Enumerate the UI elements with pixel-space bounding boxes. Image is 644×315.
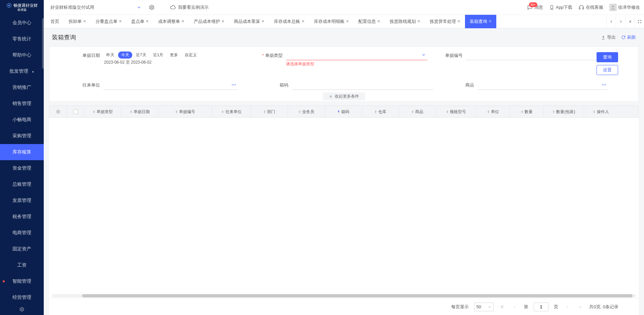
th-12[interactable]: ▲▼数量(包装) [544,106,584,117]
close-icon[interactable]: ✕ [221,19,224,24]
tab-5[interactable]: 产品成本维护✕ [189,15,229,28]
query-button[interactable]: 查询 [597,52,618,62]
online-service[interactable]: 在线客服 [578,4,603,10]
close-icon[interactable]: ✕ [489,19,492,24]
sidebar-item-17[interactable]: 经营管理 [0,289,44,306]
hscroll-thumb[interactable] [82,294,633,298]
filter-type-input[interactable] [286,51,427,60]
th-2[interactable]: ▲▼单据编号 [158,106,212,117]
settings-gear[interactable] [149,4,155,10]
close-icon[interactable]: ✕ [181,19,184,24]
sidebar-item-5[interactable]: 销售管理 [0,96,44,112]
th-9[interactable]: ▲▼规格型号 [436,106,476,117]
tab-7[interactable]: 库存成本总账✕ [269,15,309,28]
sidebar-item-12[interactable]: 税务管理 [0,209,44,225]
tab-8[interactable]: 库存成本明细账✕ [309,15,354,28]
user-name: 徐泽华修改 [618,4,640,10]
sidebar-item-9[interactable]: 资金管理 [0,160,44,176]
tab-9[interactable]: 配置信息✕ [354,15,385,28]
th-11[interactable]: ▲▼数量 [510,106,544,117]
th-10[interactable]: ▲▼单位 [476,106,510,117]
th-5[interactable]: ▲▼业务员 [288,106,325,117]
tab-10[interactable]: 拣货路线规划✕ [385,15,425,28]
sidebar-item-2[interactable]: 帮助中心 [0,47,44,63]
tab-2[interactable]: 分量盘点单✕ [91,15,127,28]
page-first[interactable]: K [499,304,506,309]
filter-partner-input[interactable] [103,81,238,90]
th-13[interactable]: ▲▼操作人 [584,106,618,117]
date-chip-1[interactable]: 今天 [118,51,132,59]
sidebar-item-6[interactable]: 小畅电商 [0,112,44,128]
collapse-bar[interactable]: 收起更多条件 [49,91,638,101]
more-icon[interactable]: ⋯ [602,82,607,88]
close-icon[interactable]: ✕ [261,19,264,24]
page-prev[interactable] [511,305,518,309]
close-icon[interactable]: ✕ [83,19,86,24]
app-download[interactable]: App下载 [549,4,572,10]
sidebar-item-8[interactable]: 库存核算 [0,144,44,160]
date-chip-5[interactable]: 自定义 [182,51,200,59]
sidebar-item-0[interactable]: 会员中心 [0,15,44,31]
th-3[interactable]: ▲▼往来单位 [212,106,251,117]
messages-button[interactable]: 99+ 消息 [527,4,543,10]
tab-6[interactable]: 商品成本重算✕ [229,15,269,28]
tabs-close-all[interactable] [625,15,635,28]
sidebar-item-7[interactable]: 采购管理 [0,128,44,144]
close-icon[interactable]: ✕ [346,19,349,24]
sidebar-item-15[interactable]: 工资 [0,257,44,273]
filter-boxcode-input[interactable] [292,81,433,90]
select-all[interactable] [67,106,84,117]
close-icon[interactable]: ✕ [146,19,149,24]
tab-12[interactable]: 装箱查询✕ [465,15,496,28]
date-chip-3[interactable]: 近1月 [150,51,167,59]
page-size-select[interactable]: 50 [474,303,494,311]
sidebar-item-16[interactable]: 智能管理 [0,273,44,289]
sidebar-item-label: 经营管理 [12,294,31,301]
demo-link[interactable]: 我要看实例演示 [170,4,209,10]
sidebar-item-10[interactable]: 总账管理 [0,176,44,193]
sidebar-settings[interactable] [0,304,44,315]
tab-11[interactable]: 拣货异常处理✕ [425,15,465,28]
date-chip-0[interactable]: 昨天 [103,51,117,59]
date-chip-2[interactable]: 近7天 [133,51,149,59]
page-last[interactable] [576,305,584,309]
hscroll[interactable] [49,293,639,298]
date-chip-4[interactable]: 更多 [167,51,181,59]
th-8[interactable]: ▲▼商品 [399,106,436,117]
tabs-prev[interactable] [606,15,616,28]
user-menu[interactable]: 徐泽华修改 [609,4,640,11]
close-icon[interactable]: ✕ [119,19,122,24]
th-4[interactable]: ▲▼部门 [251,106,288,117]
sidebar-item-1[interactable]: 零售统计 [0,31,44,47]
table-config[interactable] [49,106,67,117]
refresh-button[interactable]: 刷新 [621,34,636,40]
sidebar-item-14[interactable]: 固定资产 [0,241,44,257]
module-selector[interactable]: 好业财标准版交付试用 [50,4,141,10]
tab-1[interactable]: 拆卸单✕ [64,15,91,28]
page-input[interactable] [534,303,548,311]
close-icon[interactable]: ✕ [301,19,305,24]
setting-button[interactable]: 设置 [597,65,618,75]
tab-3[interactable]: 盘点单✕ [127,15,153,28]
sidebar-item-13[interactable]: 电商管理 [0,225,44,241]
tab-0[interactable]: 首页 [46,15,64,28]
filter-product-input[interactable] [477,81,608,90]
sidebar-item-3[interactable]: 批发管理 [0,63,44,79]
th-1[interactable]: ▲▼单据日期 [121,106,158,117]
th-0[interactable]: ▲▼单据类型 [84,106,121,117]
page-next[interactable] [564,305,571,309]
tabs-fullscreen[interactable] [635,15,644,28]
th-7[interactable]: ▲▼仓库 [362,106,399,117]
sidebar-item-4[interactable]: 营销推广 [0,79,44,96]
filter-docno-input[interactable] [466,51,597,60]
tabs-next[interactable] [616,15,625,28]
th-6[interactable]: ▲▼箱码 [325,106,362,117]
close-icon[interactable]: ✕ [377,19,380,24]
tab-4[interactable]: 成本调整单✕ [153,15,189,28]
close-icon[interactable]: ✕ [417,19,420,24]
export-button[interactable]: 导出 [601,34,616,40]
sidebar-item-11[interactable]: 发票管理 [0,193,44,209]
sidebar-item-label: 营销推广 [12,84,31,91]
more-icon[interactable]: ⋯ [231,82,237,88]
close-icon[interactable]: ✕ [457,19,460,24]
